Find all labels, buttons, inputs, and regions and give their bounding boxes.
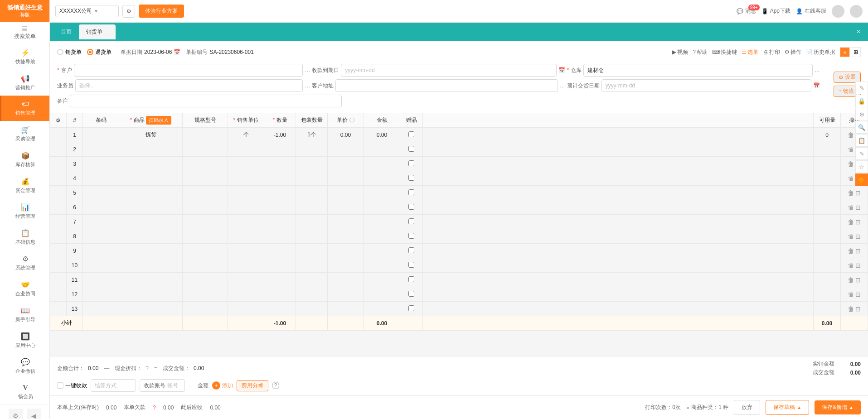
- sidebar-item-enterprise-wechat[interactable]: 💬 企业微信: [0, 353, 49, 379]
- sidebar-item-purchase-mgmt[interactable]: 🛒 采购管理: [0, 121, 49, 147]
- sidebar-item-marketing[interactable]: 📢 营销推广: [0, 70, 49, 96]
- cell-spec-3[interactable]: [183, 171, 228, 186]
- cell-qty-4[interactable]: [264, 186, 296, 200]
- cell-gift-10[interactable]: [400, 273, 423, 287]
- customer-more-btn[interactable]: …: [305, 67, 310, 73]
- cell-remark-6[interactable]: [423, 215, 814, 229]
- close-window-btn[interactable]: ✕: [853, 29, 864, 35]
- cell-gift-11[interactable]: [400, 287, 423, 302]
- cell-price-9[interactable]: [328, 258, 364, 273]
- video-btn[interactable]: ▶ 视频: [672, 48, 688, 56]
- cell-remark-9[interactable]: [423, 258, 814, 273]
- cell-gift-1[interactable]: [400, 142, 423, 157]
- cell-gift-12[interactable]: [400, 302, 423, 316]
- th-settings[interactable]: ⚙: [50, 113, 67, 128]
- cell-product-12[interactable]: [119, 302, 183, 316]
- sidebar-item-operations[interactable]: 📊 经营管理: [0, 198, 49, 224]
- add-payment-btn[interactable]: + 添加: [212, 381, 233, 390]
- cell-product-11[interactable]: [119, 287, 183, 302]
- cell-remark-8[interactable]: [423, 244, 814, 258]
- date-picker-icon[interactable]: 📅: [174, 49, 180, 55]
- tab-home[interactable]: 首页: [53, 24, 79, 39]
- delete-row-btn-0[interactable]: 🗑: [848, 131, 854, 139]
- sidebar-collapse-btn[interactable]: ◀: [27, 409, 41, 419]
- collection-more-btn[interactable]: …: [189, 382, 194, 389]
- cell-barcode-10[interactable]: [83, 273, 119, 287]
- cell-spec-2[interactable]: [183, 157, 228, 171]
- cell-price-1[interactable]: [328, 142, 364, 157]
- one-click-payment-checkbox[interactable]: [57, 382, 63, 389]
- help-btn[interactable]: ? 帮助: [693, 48, 708, 56]
- cell-remark-2[interactable]: [423, 157, 814, 171]
- online-service-btn[interactable]: 👤 在线客服: [796, 7, 826, 15]
- message-icon-btn[interactable]: 💬 消息 99+: [737, 7, 756, 15]
- cell-qty-9[interactable]: [264, 258, 296, 273]
- cell-gift-3[interactable]: [400, 171, 423, 186]
- cell-qty-2[interactable]: [264, 157, 296, 171]
- cell-gift-5[interactable]: [400, 200, 423, 215]
- cell-price-5[interactable]: [328, 200, 364, 215]
- radio-sales-order[interactable]: 销货单: [57, 48, 82, 56]
- sidebar-item-search-order[interactable]: ☰ 搜索菜单: [0, 22, 49, 44]
- cell-gift-8[interactable]: [400, 244, 423, 258]
- cell-gift-4[interactable]: [400, 186, 423, 200]
- cell-product-0[interactable]: 拣货: [119, 128, 183, 142]
- cell-spec-11[interactable]: [183, 287, 228, 302]
- cell-remark-7[interactable]: [423, 229, 814, 244]
- cell-qty-7[interactable]: [264, 229, 296, 244]
- cell-barcode-8[interactable]: [83, 244, 119, 258]
- cell-gift-7[interactable]: [400, 229, 423, 244]
- cell-barcode-0[interactable]: [83, 128, 119, 142]
- cell-barcode-7[interactable]: [83, 229, 119, 244]
- copy-row-btn-12[interactable]: ⊡: [855, 305, 861, 313]
- cell-remark-5[interactable]: [423, 200, 814, 215]
- float-btn-orange[interactable]: 🔶: [855, 173, 868, 186]
- salesperson-input[interactable]: 选择...: [75, 79, 303, 92]
- expense-split-btn[interactable]: 费用分摊: [237, 380, 268, 391]
- cell-price-2[interactable]: [328, 157, 364, 171]
- cell-qty-10[interactable]: [264, 273, 296, 287]
- sidebar-item-enterprise[interactable]: 🤝 企业协同: [0, 276, 49, 302]
- due-date-calendar-icon[interactable]: 📅: [558, 67, 565, 73]
- cell-barcode-2[interactable]: [83, 157, 119, 171]
- user-avatar[interactable]: [832, 5, 844, 18]
- delete-row-btn-9[interactable]: 🗑: [848, 262, 854, 269]
- cell-product-9[interactable]: [119, 258, 183, 273]
- float-btn-2[interactable]: 🔒: [855, 95, 868, 107]
- cell-barcode-9[interactable]: [83, 258, 119, 273]
- copy-row-btn-9[interactable]: ⊡: [855, 262, 861, 269]
- list-view-btn[interactable]: ≡: [840, 47, 850, 57]
- cell-qty-3[interactable]: [264, 171, 296, 186]
- cell-product-8[interactable]: [119, 244, 183, 258]
- cell-price-0[interactable]: 0.00: [328, 128, 364, 142]
- delete-row-btn-12[interactable]: 🗑: [848, 305, 854, 313]
- save-new-btn[interactable]: 保存&新增 ▲: [815, 400, 861, 414]
- cell-remark-12[interactable]: [423, 302, 814, 316]
- float-btn-7[interactable]: ☆: [855, 160, 868, 173]
- experience-btn[interactable]: 体验行业方案: [139, 5, 184, 18]
- cell-barcode-11[interactable]: [83, 287, 119, 302]
- cell-price-8[interactable]: [328, 244, 364, 258]
- sidebar-item-finance[interactable]: 💰 资金管理: [0, 173, 49, 198]
- customer-address-more-btn[interactable]: …: [560, 82, 565, 89]
- sidebar-item-basic-info[interactable]: 📋 基础信息: [0, 224, 49, 250]
- discount-help-icon[interactable]: ?: [145, 365, 149, 371]
- sidebar-item-sales-mgmt[interactable]: 🏷 销售管理: [0, 96, 49, 121]
- warehouse-more-btn[interactable]: …: [815, 67, 820, 73]
- customer-input[interactable]: [74, 64, 303, 77]
- cell-remark-3[interactable]: [423, 171, 814, 186]
- cell-spec-4[interactable]: [183, 186, 228, 200]
- copy-row-btn-5[interactable]: ⊡: [855, 204, 861, 211]
- cell-spec-1[interactable]: [183, 142, 228, 157]
- cell-barcode-12[interactable]: [83, 302, 119, 316]
- float-btn-3[interactable]: ⊕: [855, 108, 868, 120]
- delete-row-btn-5[interactable]: 🗑: [848, 204, 854, 211]
- cell-remark-1[interactable]: [423, 142, 814, 157]
- sidebar-item-system-mgmt[interactable]: ⚙ 系统管理: [0, 250, 49, 276]
- cell-product-5[interactable]: [119, 200, 183, 215]
- cell-gift-0[interactable]: [400, 128, 423, 142]
- customer-address-input[interactable]: [335, 79, 558, 92]
- sidebar-settings-btn[interactable]: ⚙: [9, 409, 23, 419]
- cell-product-6[interactable]: [119, 215, 183, 229]
- cell-gift-6[interactable]: [400, 215, 423, 229]
